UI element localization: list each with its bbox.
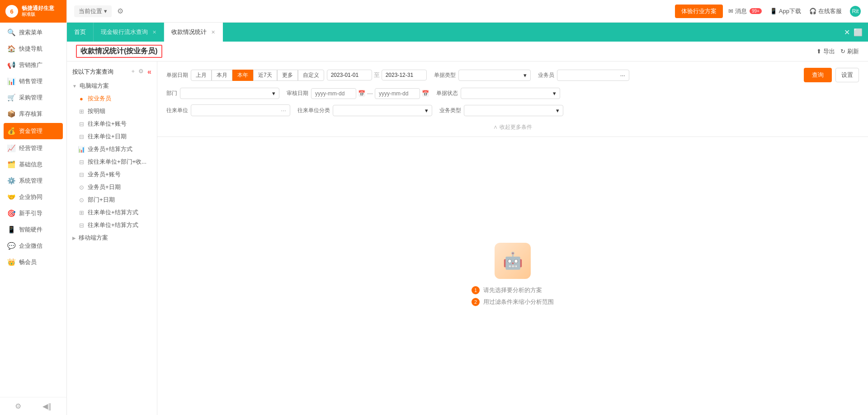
app-download-button[interactable]: 📱 App下载 <box>770 7 801 15</box>
tab-close-all-button[interactable]: ✕ <box>844 28 850 37</box>
mobile-group-toggle[interactable]: ▶ 移动端方案 <box>67 231 157 244</box>
trial-button[interactable]: 体验行业方案 <box>675 5 723 18</box>
date-tab-more[interactable]: 更多 <box>277 70 298 81</box>
biztype-select[interactable]: ▾ <box>464 105 563 116</box>
tab-collection[interactable]: 收款情况统计 ✕ <box>164 23 223 42</box>
partner-more-button[interactable]: ··· <box>281 107 286 114</box>
doctype-dropdown-icon: ▾ <box>524 72 527 79</box>
sidebar-item-business[interactable]: 📈 经营管理 <box>0 140 66 156</box>
schema-item-salesperson-account[interactable]: ⊟ 业务员+账号 <box>67 168 157 181</box>
user-avatar[interactable]: Rit <box>850 6 861 17</box>
export-button[interactable]: ⬆ 导出 <box>816 47 835 56</box>
schema-item-dept-date[interactable]: ⊙ 部门+日期 <box>67 193 157 206</box>
review-from-input[interactable] <box>311 88 356 99</box>
partner-label: 往来单位 <box>166 107 188 114</box>
date-to-input[interactable] <box>382 70 427 80</box>
sidebar-settings-button[interactable]: ⚙ <box>15 402 21 410</box>
basic-icon: 🗂️ <box>7 160 15 169</box>
online-service-button[interactable]: 🎧 在线客服 <box>809 7 842 15</box>
tab-collection-close[interactable]: ✕ <box>211 29 215 35</box>
filter-settings-button[interactable]: 设置 <box>835 68 859 82</box>
add-schema-button[interactable]: + <box>132 68 135 76</box>
empty-robot-icon: 🤖 <box>495 243 531 279</box>
sidebar-item-finance[interactable]: 💰 资金管理 <box>4 123 63 139</box>
tab-cashflow-close[interactable]: ✕ <box>152 29 156 35</box>
left-panel: 按以下方案查询 + ⚙ « ▼ 电脑端方案 ● 按业务员 <box>67 61 157 415</box>
date-tab-lastmonth[interactable]: 上月 <box>191 70 212 81</box>
sidebar-item-purchase[interactable]: 🛒 采购管理 <box>0 90 66 106</box>
date-label: 单据日期 <box>166 71 188 79</box>
tab-home[interactable]: 首页 <box>67 23 94 42</box>
schema-item-partner-settlement1[interactable]: ⊞ 往来单位+结算方式 <box>67 206 157 219</box>
tab-cashflow[interactable]: 现金银行流水查询 ✕ <box>94 23 164 42</box>
sidebar-item-warehouse[interactable]: 📦 库存核算 <box>0 106 66 122</box>
sidebar-item-nav[interactable]: 🏠 快捷导航 <box>0 41 66 57</box>
review-date-label: 审核日期 <box>287 90 308 97</box>
schema-settings-button[interactable]: ⚙ <box>138 68 144 76</box>
logo-icon: 6 <box>5 5 18 18</box>
sidebar-item-system[interactable]: ⚙️ 系统管理 <box>0 173 66 189</box>
date-tab-thismonth[interactable]: 本月 <box>212 70 232 81</box>
dept-select[interactable]: ▾ <box>180 88 279 99</box>
date-tab-thisyear[interactable]: 本年 <box>232 70 253 81</box>
panel-collapse-button[interactable]: « <box>147 68 151 76</box>
schema-item-detail[interactable]: ⊞ 按明细 <box>67 105 157 118</box>
sidebar-collapse-button[interactable]: ◀‖ <box>42 402 52 410</box>
review-to-input[interactable] <box>375 88 420 99</box>
dept-filter-group: 部门 ▾ <box>166 88 279 99</box>
docstatus-dropdown-icon: ▾ <box>553 90 556 97</box>
schema-item-partner-dept[interactable]: ⊟ 按往来单位+部门+收... <box>67 156 157 168</box>
search-icon: 🔍 <box>7 28 15 37</box>
sidebar-menu: 🔍 搜索菜单 🏠 快捷导航 📢 营销推广 📊 销售管理 🛒 采购管理 📦 库存核… <box>0 23 66 397</box>
sp-payment-icon: 📊 <box>78 146 85 153</box>
collapse-conditions-button[interactable]: ∧ 收起更多条件 <box>166 122 859 133</box>
doctype-filter-group: 单据类型 ▾ <box>434 70 531 81</box>
ps2-icon: ⊟ <box>78 222 85 229</box>
date-tab-7days[interactable]: 近7天 <box>253 70 277 81</box>
calendar-icon-from[interactable]: 📅 <box>358 90 365 97</box>
finance-icon: 💰 <box>7 127 15 135</box>
schema-item-salesperson-date[interactable]: ⊙ 业务员+日期 <box>67 181 157 193</box>
schema-item-salesperson-payment[interactable]: 📊 业务员+结算方式 <box>67 143 157 156</box>
sidebar-item-enterprise[interactable]: 🤝 企业协同 <box>0 189 66 205</box>
partner-category-select[interactable]: ▾ <box>333 105 432 116</box>
empty-step-1: 1 请先选择要分析的方案 <box>472 286 554 294</box>
docstatus-select[interactable]: ▾ <box>461 88 560 99</box>
date-from-input[interactable] <box>327 70 372 80</box>
schema-item-salesperson[interactable]: ● 按业务员 <box>67 92 157 105</box>
member-icon: 👑 <box>7 258 15 266</box>
sidebar-item-guide[interactable]: 🎯 新手引导 <box>0 205 66 222</box>
sidebar-item-hardware[interactable]: 📱 智能硬件 <box>0 222 66 238</box>
desktop-group-toggle[interactable]: ▼ 电脑端方案 <box>67 80 157 92</box>
main-area: 当前位置 ▾ ⚙ 体验行业方案 ✉ 消息 99+ 📱 App下载 🎧 在线客服 … <box>67 0 868 415</box>
refresh-button[interactable]: ↻ 刷新 <box>840 47 859 56</box>
schema-item-partner-settlement2[interactable]: ⊟ 往来单位+结算方式 <box>67 219 157 231</box>
sidebar-item-basic[interactable]: 🗂️ 基础信息 <box>0 156 66 173</box>
home-icon: 🏠 <box>7 45 15 53</box>
header-gear-button[interactable]: ⚙ <box>117 7 123 15</box>
biztype-filter-group: 业务类型 ▾ <box>439 105 563 116</box>
page-header-bar: 收款情况统计(按业务员) ⬆ 导出 ↻ 刷新 <box>67 42 868 61</box>
date-tabs: 上月 本月 本年 近7天 更多 自定义 <box>191 70 324 81</box>
partner-select[interactable]: ··· <box>191 104 290 116</box>
salesperson-select[interactable]: ··· <box>557 70 629 81</box>
filter-row-2: 部门 ▾ 审核日期 📅 — <box>166 88 859 99</box>
calendar-icon-to[interactable]: 📅 <box>422 90 429 97</box>
schema-item-partner-account[interactable]: ⊟ 往来单位+账号 <box>67 118 157 130</box>
sidebar-item-search[interactable]: 🔍 搜索菜单 <box>0 24 66 41</box>
schema-group-desktop: ▼ 电脑端方案 ● 按业务员 ⊞ 按明细 ⊟ 往来单位+账号 <box>67 80 157 231</box>
sidebar-item-wechat[interactable]: 💬 企业微信 <box>0 238 66 254</box>
schema-item-partner-date[interactable]: ⊟ 往来单位+日期 <box>67 130 157 143</box>
refresh-icon: ↻ <box>840 48 845 55</box>
doctype-select[interactable]: ▾ <box>458 70 531 81</box>
enterprise-icon: 🤝 <box>7 193 15 201</box>
sidebar-item-member[interactable]: 👑 畅会员 <box>0 254 66 270</box>
date-tab-custom[interactable]: 自定义 <box>298 70 324 81</box>
message-button[interactable]: ✉ 消息 99+ <box>728 7 762 15</box>
filter-row-3: 往来单位 ··· 往来单位分类 ▾ <box>166 104 859 116</box>
tab-maximize-button[interactable]: ⬜ <box>854 28 863 37</box>
sidebar-item-marketing[interactable]: 📢 营销推广 <box>0 57 66 73</box>
sidebar-item-sales[interactable]: 📊 销售管理 <box>0 73 66 90</box>
query-button[interactable]: 查询 <box>804 68 832 82</box>
partner-date-icon: ⊟ <box>78 133 85 140</box>
